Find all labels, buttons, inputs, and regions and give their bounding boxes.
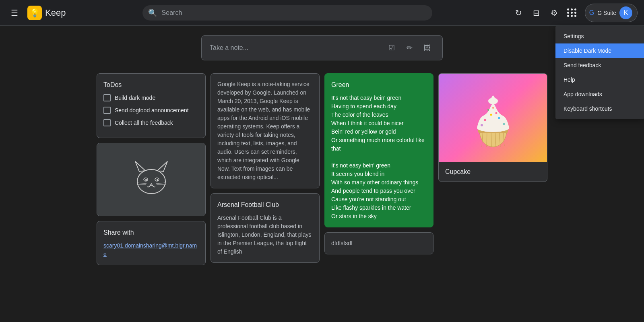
cupcake-svg	[453, 78, 533, 158]
sketch-drawing	[97, 143, 205, 216]
todo-item-2: Send dogfood announcement	[103, 106, 199, 115]
list-view-button[interactable]: ⊟	[528, 5, 545, 21]
share-email: scary01.domainsharing@mt.bigr.name	[103, 242, 197, 257]
new-note-placeholder: Take a note...	[210, 44, 384, 52]
menu-button[interactable]: ☰	[6, 5, 23, 21]
todo-checkbox-3[interactable]	[103, 119, 111, 126]
sketch-note-card[interactable]	[97, 143, 206, 216]
dropdown-item-disable-dark-mode[interactable]: Disable Dark Mode	[555, 43, 644, 58]
todos-note-card[interactable]: ToDos Build dark mode Send dogfood annou…	[97, 73, 206, 138]
arsenal-body: Arsenal Football Club is a professional …	[217, 214, 313, 256]
search-bar: 🔍	[142, 5, 432, 21]
svg-point-0	[137, 169, 165, 194]
notes-col-4: Cupcake	[438, 73, 547, 182]
cat-sketch-svg	[127, 155, 175, 204]
dropdown-item-app-downloads[interactable]: App downloads	[555, 87, 644, 101]
green-note-card[interactable]: Green It's not that easy bein' green Hav…	[324, 73, 433, 227]
green-body: It's not that easy bein' green Having to…	[331, 94, 427, 221]
svg-point-24	[495, 112, 497, 114]
google-keep-body: Google Keep is a note-taking service dev…	[217, 80, 313, 182]
new-note-actions: ☑ ✏ 🖼	[384, 41, 434, 55]
todo-checkbox-1[interactable]	[103, 94, 111, 101]
svg-point-26	[492, 107, 494, 109]
svg-point-25	[487, 109, 489, 111]
refresh-button[interactable]: ↻	[511, 5, 527, 21]
search-input[interactable]	[142, 5, 432, 21]
header-right: ↻ ⊟ ⚙ G G Suite K	[511, 4, 638, 22]
svg-point-5	[145, 179, 147, 181]
svg-line-10	[156, 183, 165, 184]
todo-text-2: Send dogfood announcement	[115, 106, 189, 115]
settings-dropdown: Settings Disable Dark Mode Send feedback…	[555, 26, 644, 119]
todo-checkbox-2[interactable]	[103, 107, 111, 114]
dfdfsfsdf-note-card[interactable]: dfdfsfsdf	[324, 232, 433, 254]
cupcake-caption: Cupcake	[439, 162, 547, 182]
svg-point-21	[484, 119, 486, 121]
keep-logo-icon: 💡	[27, 6, 42, 20]
notes-grid: ToDos Build dark mode Send dogfood annou…	[97, 73, 547, 265]
settings-button[interactable]: ⚙	[546, 5, 562, 21]
notes-col-3: Green It's not that easy bein' green Hav…	[324, 73, 433, 254]
svg-point-28	[503, 123, 505, 125]
dropdown-item-keyboard-shortcuts[interactable]: Keyboard shortcuts	[555, 101, 644, 116]
search-icon: 🔍	[148, 8, 157, 17]
new-note-bar[interactable]: Take a note... ☑ ✏ 🖼	[201, 35, 443, 60]
svg-point-6	[157, 179, 158, 181]
todo-item-3: Collect all the feedback	[103, 119, 199, 127]
notes-col-2: Google Keep is a note-taking service dev…	[211, 73, 320, 263]
svg-point-23	[490, 114, 492, 116]
gsuite-label: G Suite	[597, 10, 616, 16]
app-header: ☰ 💡 Keep 🔍 ↻ ⊟ ⚙ G G Suite K Setti	[0, 0, 644, 26]
svg-point-27	[481, 124, 483, 126]
app-title: Keep	[45, 8, 66, 18]
header-left: ☰ 💡 Keep	[6, 5, 103, 21]
svg-marker-2	[157, 161, 167, 171]
svg-marker-7	[150, 184, 153, 186]
google-keep-note-card[interactable]: Google Keep is a note-taking service dev…	[211, 73, 320, 188]
svg-line-8	[137, 183, 147, 184]
todos-title: ToDos	[103, 80, 199, 90]
dropdown-item-help[interactable]: Help	[555, 72, 644, 87]
svg-point-22	[498, 117, 500, 119]
apps-button[interactable]	[564, 5, 580, 21]
gsuite-account-button[interactable]: G G Suite K	[585, 4, 638, 22]
svg-marker-1	[135, 161, 145, 171]
todo-item-1: Build dark mode	[103, 94, 199, 102]
notes-col-1: ToDos Build dark mode Send dogfood annou…	[97, 73, 206, 265]
dropdown-item-send-feedback[interactable]: Send feedback	[555, 58, 644, 72]
new-checklist-button[interactable]: ☑	[384, 41, 399, 55]
user-avatar: K	[619, 6, 632, 19]
arsenal-note-card[interactable]: Arsenal Football Club Arsenal Football C…	[211, 193, 320, 263]
share-title: Share with	[103, 228, 199, 237]
new-image-button[interactable]: 🖼	[420, 41, 434, 55]
dfdfsfsdf-body: dfdfsfsdf	[331, 239, 427, 248]
main-content: Take a note... ☑ ✏ 🖼 ToDos Build dark mo…	[0, 26, 644, 322]
gsuite-g: G	[589, 9, 594, 17]
apps-grid-icon	[567, 8, 577, 17]
cupcake-image	[439, 74, 547, 162]
green-title: Green	[331, 80, 427, 90]
arsenal-title: Arsenal Football Club	[217, 200, 313, 210]
todo-text-1: Build dark mode	[115, 94, 155, 102]
todo-text-3: Collect all the feedback	[115, 119, 173, 127]
share-note-card[interactable]: Share with scary01.domainsharing@mt.bigr…	[97, 221, 206, 265]
cupcake-note-card[interactable]: Cupcake	[438, 73, 547, 182]
new-drawing-button[interactable]: ✏	[402, 41, 417, 55]
logo[interactable]: 💡 Keep	[27, 6, 66, 20]
dropdown-item-settings[interactable]: Settings	[555, 29, 644, 43]
search-wrap: 🔍	[142, 5, 432, 21]
